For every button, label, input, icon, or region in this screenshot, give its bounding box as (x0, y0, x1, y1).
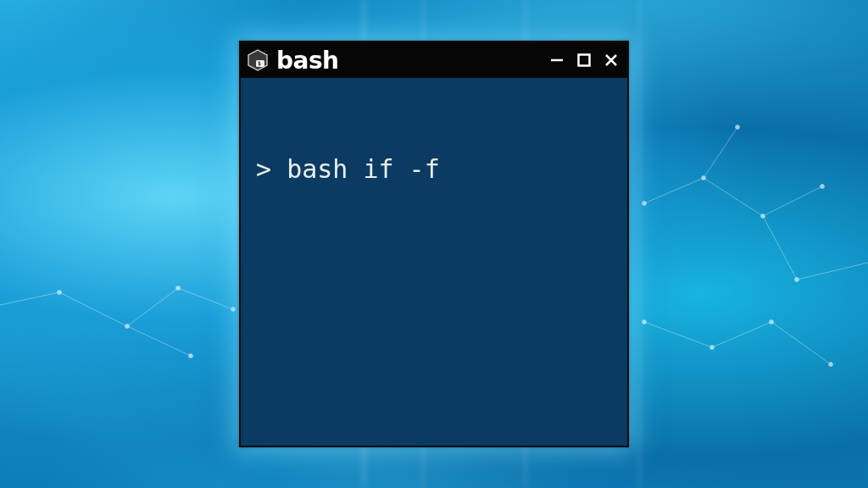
svg-point-23 (821, 185, 825, 189)
bash-icon: $ (246, 48, 270, 72)
svg-point-27 (770, 320, 774, 324)
svg-point-28 (829, 363, 833, 367)
command-text: bash if -f (287, 153, 440, 186)
svg-point-22 (761, 214, 765, 219)
svg-line-0 (0, 292, 59, 305)
terminal-body[interactable]: > bash if -f (241, 78, 627, 446)
svg-point-5 (58, 291, 62, 295)
svg-point-7 (176, 286, 181, 291)
window-title: bash (276, 47, 339, 75)
svg-line-4 (178, 288, 233, 309)
svg-line-10 (644, 178, 704, 203)
svg-point-24 (795, 278, 799, 282)
svg-line-2 (127, 288, 178, 326)
svg-line-13 (763, 216, 797, 280)
titlebar[interactable]: $ bash (241, 42, 627, 78)
svg-line-16 (644, 322, 712, 347)
svg-line-11 (704, 178, 763, 216)
svg-line-1 (59, 292, 127, 326)
prompt-symbol: > (256, 153, 271, 186)
maximize-button[interactable] (575, 51, 593, 69)
svg-point-8 (189, 354, 193, 358)
svg-line-14 (797, 263, 868, 280)
svg-point-25 (643, 320, 647, 324)
svg-point-20 (702, 176, 706, 180)
svg-point-6 (125, 324, 130, 329)
svg-line-18 (771, 322, 831, 364)
svg-text:$: $ (258, 60, 261, 67)
svg-point-21 (736, 125, 740, 130)
command-line: > bash if -f (256, 153, 612, 186)
svg-rect-33 (579, 55, 590, 66)
svg-point-26 (710, 346, 715, 350)
svg-line-15 (704, 127, 737, 178)
terminal-window: $ bash > bash if -f (239, 41, 629, 447)
svg-point-9 (231, 308, 236, 312)
svg-line-3 (127, 326, 191, 356)
close-button[interactable] (602, 51, 620, 69)
svg-line-17 (712, 322, 771, 347)
window-controls (548, 51, 620, 69)
svg-point-19 (643, 202, 647, 206)
minimize-button[interactable] (548, 51, 566, 69)
svg-line-12 (763, 186, 822, 216)
